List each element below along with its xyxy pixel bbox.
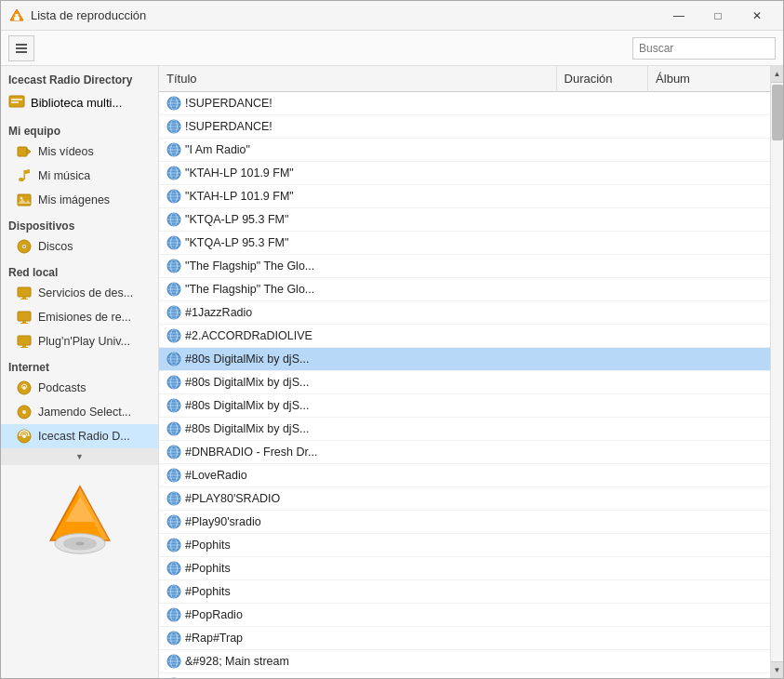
svg-rect-1 [14,17,20,20]
table-row[interactable]: "The Flagship" The Glo... [159,278,770,301]
title-bar: Lista de reproducción — □ ✕ [1,1,783,31]
track-album [648,371,770,394]
globe-icon [166,189,181,204]
track-title-cell: #80s DigitalMix by djS... [159,394,556,418]
track-title: "I Am Radio" [185,143,250,156]
scrollbar-thumb[interactable] [772,85,783,140]
table-row[interactable]: #LoveRadio [159,464,770,487]
table-row[interactable]: !SUPERDANCE! [159,115,770,139]
sidebar-item-music[interactable]: Mi música [1,164,158,188]
globe-icon [166,212,181,227]
table-row[interactable]: "The Flagship" The Glo... [159,255,770,278]
globe-icon [166,96,181,111]
minimize-button[interactable]: — [660,1,698,31]
table-row[interactable]: #Pophits [159,557,770,580]
table-row[interactable]: #Play90'sradio [159,511,770,534]
track-duration [556,650,648,673]
track-title: #DNBRADIO - Fresh Dr... [185,446,317,459]
svg-point-18 [23,246,25,247]
svg-rect-3 [16,44,27,46]
icecast-section-header: Icecast Radio Directory [1,66,158,88]
track-album [648,627,770,650]
table-row[interactable]: &#928; Main stream [159,650,770,673]
table-row[interactable]: "KTQA-LP 95.3 FM" [159,208,770,232]
sidebar-item-plugnplay[interactable]: Plug'n'Play Univ... [1,329,158,353]
track-album [648,650,770,673]
track-duration [556,418,648,441]
track-title: "The Flagship" The Glo... [185,260,314,273]
sidebar-scroll-down[interactable]: ▼ [1,448,158,465]
track-duration [556,511,648,534]
search-input[interactable] [639,42,769,55]
track-album [648,487,770,511]
table-row[interactable]: #1JazzRadio [159,301,770,325]
globe-icon [166,445,181,459]
search-box[interactable] [632,37,776,60]
internet-header: Internet [1,353,158,376]
window-controls: — □ ✕ [660,1,776,31]
sidebar-item-videos[interactable]: Mis vídeos [1,140,158,164]
table-row[interactable]: "KTQA-LP 95.3 FM" [159,232,770,255]
table-row[interactable]: #Pophits [159,534,770,557]
sidebar-item-emisiones[interactable]: Emisiones de re... [1,305,158,329]
table-row[interactable]: &Pi; Node [159,673,770,679]
svg-marker-10 [27,149,31,154]
emisiones-label: Emisiones de re... [38,311,131,324]
svg-rect-25 [18,336,31,345]
sidebar-item-servicios[interactable]: Servicios de des... [1,281,158,305]
table-row[interactable]: #80s DigitalMix by djS... [159,371,770,394]
track-title: #Play90'sradio [185,515,261,528]
track-title-cell: #Pophits [159,580,556,604]
svg-rect-9 [18,147,27,156]
track-duration [556,441,648,464]
track-album [648,557,770,580]
table-row[interactable]: #PopRadio [159,604,770,627]
track-duration [556,534,648,557]
sidebar-item-images[interactable]: Mis imágenes [1,188,158,212]
globe-icon [166,375,181,390]
playlist-view-button[interactable] [8,35,34,61]
table-row[interactable]: "KTAH-LP 101.9 FM" [159,162,770,185]
svg-point-29 [22,386,26,390]
playlist-table: Título Duración Álbum [159,66,770,678]
table-row[interactable]: #DNBRADIO - Fresh Dr... [159,441,770,464]
track-title-cell: #Play90'sradio [159,511,556,534]
table-row[interactable]: #80s DigitalMix by djS... [159,348,770,371]
table-row[interactable]: "KTAH-LP 101.9 FM" [159,185,770,208]
globe-icon [166,654,181,669]
table-row[interactable]: #80s DigitalMix by djS... [159,418,770,441]
track-title: #80s DigitalMix by djS... [185,376,309,389]
table-row[interactable]: #Rap#Trap [159,627,770,650]
table-row[interactable]: !SUPERDANCE! [159,92,770,115]
sidebar-item-discos[interactable]: Discos [1,234,158,259]
table-row[interactable]: #Pophits [159,580,770,604]
sidebar-item-icecast[interactable]: Icecast Radio D... [1,424,158,448]
table-row[interactable]: #2.ACCORDRaDIOLIVE [159,325,770,348]
scroll-down-button[interactable]: ▼ [771,661,784,678]
svg-rect-12 [24,170,26,180]
track-title: #1JazzRadio [185,306,252,319]
table-row[interactable]: #80s DigitalMix by djS... [159,394,770,418]
sidebar-item-jamendo[interactable]: Jamendo Select... [1,400,158,424]
scroll-up-button[interactable]: ▲ [771,66,784,83]
track-duration [556,371,648,394]
sidebar: Icecast Radio Directory Biblioteca multi… [1,66,159,678]
track-duration [556,627,648,650]
sidebar-item-podcasts[interactable]: Podcasts [1,376,158,400]
globe-icon [166,398,181,413]
track-title-cell: #DNBRADIO - Fresh Dr... [159,441,556,464]
globe-icon [166,119,181,134]
track-album [648,441,770,464]
close-button[interactable]: ✕ [738,1,776,31]
sidebar-item-biblioteca[interactable]: Biblioteca multi... [1,88,158,117]
table-row[interactable]: #PLAY80'SRADIO [159,487,770,511]
track-duration [556,394,648,418]
track-title-cell: !SUPERDANCE! [159,115,556,139]
table-row[interactable]: "I Am Radio" [159,139,770,162]
col-duration: Duración [556,66,648,92]
globe-icon [166,677,181,678]
svg-rect-20 [22,297,26,299]
maximize-button[interactable]: □ [699,1,737,31]
track-table[interactable]: Título Duración Álbum [159,66,770,678]
track-album [648,232,770,255]
